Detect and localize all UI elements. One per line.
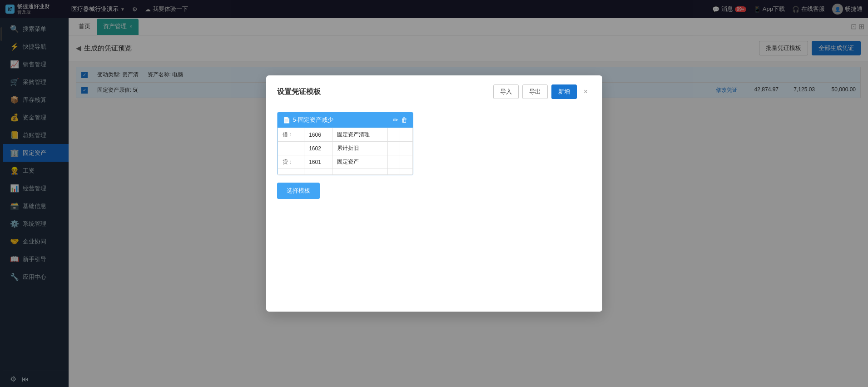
template-edit-icon[interactable]: ✏ bbox=[393, 116, 398, 124]
template-row2-type bbox=[278, 142, 304, 155]
template-row1-debit bbox=[387, 128, 400, 142]
template-icon: 📄 bbox=[283, 117, 290, 124]
template-name: 5-固定资产减少 bbox=[293, 116, 334, 124]
template-row3-debit bbox=[387, 155, 400, 169]
template-row3-name: 固定资产 bbox=[332, 155, 387, 169]
template-empty3 bbox=[332, 169, 387, 175]
template-delete-icon[interactable]: 🗑 bbox=[401, 116, 407, 124]
template-row1-type: 借： bbox=[278, 128, 304, 142]
template-row2-code: 1602 bbox=[304, 142, 332, 155]
page-content: ◀ 生成的凭证预览 批量凭证模板 全部生成凭证 ✓ bbox=[69, 35, 868, 387]
template-row-2: 1602 累计折旧 bbox=[278, 142, 412, 155]
template-empty1 bbox=[278, 169, 304, 175]
content-area: 首页 资产管理 × ⊡ ⊞ ◀ bbox=[69, 18, 868, 387]
template-row3-type: 贷： bbox=[278, 155, 304, 169]
app-container: 好 畅捷通好业财 普及版 医疗器械行业演示 ▼ ⚙ ☁ 我要体验一下 💬 消息 … bbox=[0, 0, 868, 387]
import-btn[interactable]: 导入 bbox=[493, 84, 519, 99]
template-row2-debit bbox=[387, 142, 400, 155]
template-empty2 bbox=[304, 169, 332, 175]
template-row-empty bbox=[278, 169, 412, 175]
modal-body: 📄 5-固定资产减少 ✏ 🗑 bbox=[266, 104, 602, 206]
modal-dialog: 设置凭证模板 导入 导出 新增 × bbox=[266, 75, 602, 312]
template-row2-name: 累计折旧 bbox=[332, 142, 387, 155]
modal-header: 设置凭证模板 导入 导出 新增 × bbox=[266, 75, 602, 104]
template-row3-credit bbox=[400, 155, 412, 169]
new-template-btn[interactable]: 新增 bbox=[551, 84, 577, 99]
modal-overlay: 设置凭证模板 导入 导出 新增 × bbox=[69, 35, 868, 387]
export-btn[interactable]: 导出 bbox=[522, 84, 548, 99]
select-template-area: 选择模板 bbox=[277, 183, 591, 199]
modal-title: 设置凭证模板 bbox=[277, 87, 321, 97]
template-row1-code: 1606 bbox=[304, 128, 332, 142]
template-row2-credit bbox=[400, 142, 412, 155]
template-row1-name: 固定资产清理 bbox=[332, 128, 387, 142]
modal-actions: 导入 导出 新增 bbox=[493, 84, 577, 99]
template-empty4 bbox=[387, 169, 400, 175]
template-card-header: 📄 5-固定资产减少 ✏ 🗑 bbox=[278, 112, 413, 128]
template-row-1: 借： 1606 固定资产清理 bbox=[278, 128, 412, 142]
main-layout: 🔍 搜索菜单 ⚡ 快捷导航 📈 销售管理 🛒 采购管理 📦 库存核算 bbox=[0, 18, 868, 387]
template-empty5 bbox=[400, 169, 412, 175]
template-card: 📄 5-固定资产减少 ✏ 🗑 bbox=[277, 112, 413, 175]
template-row3-code: 1601 bbox=[304, 155, 332, 169]
template-row-3: 贷： 1601 固定资产 bbox=[278, 155, 412, 169]
select-template-btn[interactable]: 选择模板 bbox=[277, 183, 320, 199]
template-card-actions: ✏ 🗑 bbox=[393, 116, 407, 124]
modal-close-btn[interactable]: × bbox=[580, 86, 591, 97]
template-card-title: 📄 5-固定资产减少 bbox=[283, 116, 334, 124]
template-row1-credit bbox=[400, 128, 412, 142]
template-table: 借： 1606 固定资产清理 1602 bbox=[278, 128, 413, 175]
